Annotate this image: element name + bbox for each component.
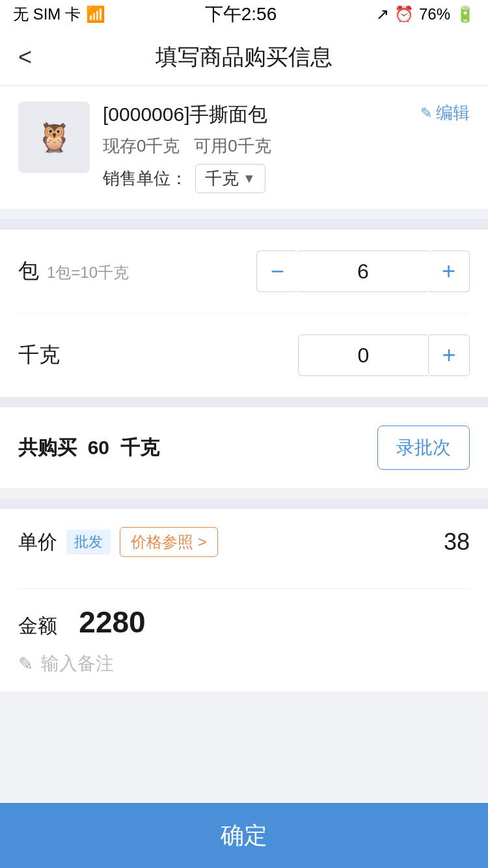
status-time: 下午2:56 [205,2,277,27]
total-prefix: 共购买 [18,437,77,458]
section-divider-3 [0,498,488,509]
price-label: 单价 [18,529,57,556]
amount-section: 金额 2280 ✎ 输入备注 [0,570,488,692]
package-label-group: 包 1包=10千克 [18,257,129,286]
location-icon: ↗ [376,5,389,23]
nav-bar: < 填写商品购买信息 [0,29,488,86]
carrier-label: 无 SIM 卡 [13,4,81,25]
amount-label: 金额 2280 [18,615,146,636]
price-row: 单价 批发 价格参照 > 38 [18,527,470,557]
edit-label: 编辑 [436,102,470,124]
kilogram-input[interactable] [298,334,428,376]
section-divider-2 [0,397,488,407]
available-label: 可用0千克 [194,136,271,156]
battery-label: 76% [419,5,450,23]
package-label: 包 [18,257,39,286]
chevron-down-icon: ▼ [243,171,256,186]
back-button[interactable]: < [18,44,32,71]
batch-button[interactable]: 录批次 [377,426,470,470]
product-card: 🦉 [0000006]手撕面包 现存0千克 可用0千克 销售单位： 千克 ▼ ✎… [0,86,488,209]
kilogram-increase-button[interactable]: + [428,334,470,376]
package-input[interactable] [298,251,428,292]
total-section: 共购买 60 千克 录批次 [0,407,488,488]
package-input-row: 包 1包=10千克 − + [18,230,470,314]
stock-label: 现存0千克 [103,136,180,156]
price-value: 38 [444,528,470,556]
remark-row[interactable]: ✎ 输入备注 [18,640,470,692]
product-unit-row: 销售单位： 千克 ▼ [103,164,470,193]
status-left: 无 SIM 卡 📶 [13,4,105,25]
kilogram-label: 千克 [18,341,60,370]
kilogram-qty-control: + [298,334,470,376]
package-qty-control: − + [256,251,470,292]
price-section: 单价 批发 价格参照 > 38 [0,509,488,570]
price-reference-button[interactable]: 价格参照 > [120,527,218,557]
kilogram-label-group: 千克 [18,341,60,370]
section-divider-1 [0,219,488,230]
confirm-button[interactable]: 确定 [0,803,488,868]
battery-icon: 🔋 [455,5,475,23]
wifi-icon: 📶 [86,5,105,23]
pencil-icon: ✎ [18,653,33,675]
package-decrease-button[interactable]: − [256,251,298,292]
status-right: ↗ ⏰ 76% 🔋 [376,5,475,23]
page-title: 填写商品购买信息 [156,42,332,72]
unit-select[interactable]: 千克 ▼ [195,164,265,193]
input-section: 包 1包=10千克 − + 千克 + [0,230,488,397]
package-increase-button[interactable]: + [428,251,470,292]
product-thumbnail: 🦉 [18,102,90,173]
price-left: 单价 批发 价格参照 > [18,527,218,557]
unit-value: 千克 [205,167,239,190]
edit-icon: ✎ [420,105,432,122]
alarm-icon: ⏰ [394,5,414,23]
product-logo-icon: 🦉 [36,120,72,154]
edit-button[interactable]: ✎ 编辑 [420,102,470,124]
amount-value: 2280 [79,605,145,639]
amount-label-text: 金额 [18,615,57,636]
total-unit: 千克 [120,437,159,458]
product-name: [0000006]手撕面包 [103,102,470,128]
product-info: [0000006]手撕面包 现存0千克 可用0千克 销售单位： 千克 ▼ [103,102,470,193]
unit-label: 销售单位： [103,167,187,190]
remark-placeholder: 输入备注 [41,651,114,676]
total-text: 共购买 60 千克 [18,435,159,461]
product-stock: 现存0千克 可用0千克 [103,135,470,157]
total-amount: 60 [88,437,109,458]
package-hint: 1包=10千克 [47,262,129,283]
price-badge: 批发 [66,530,111,554]
status-bar: 无 SIM 卡 📶 下午2:56 ↗ ⏰ 76% 🔋 [0,0,488,29]
kilogram-input-row: 千克 + [18,314,470,397]
